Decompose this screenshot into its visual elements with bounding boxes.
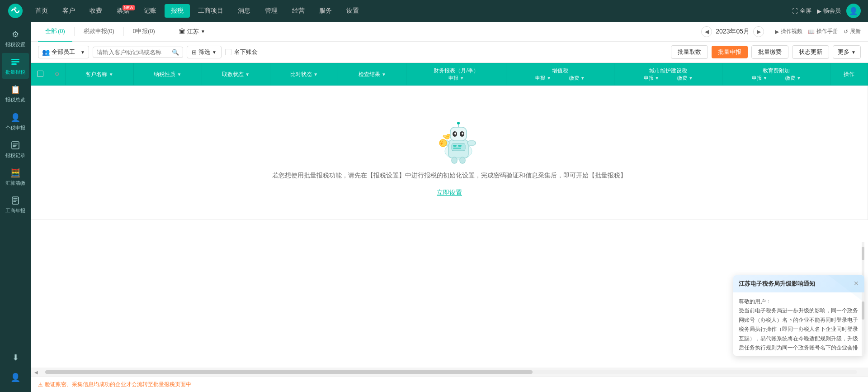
sort-icon-edu-declare[interactable]: ▼ bbox=[762, 76, 768, 81]
account-checkbox[interactable] bbox=[225, 49, 231, 55]
empty-text: 若您想使用批量报税功能，请先在【报税设置】中进行报税的初始化设置，完成密码验证和… bbox=[272, 172, 627, 180]
user-avatar[interactable]: 👤 bbox=[846, 4, 861, 18]
svg-rect-2 bbox=[11, 59, 19, 60]
horizontal-scrollbar-thumb[interactable] bbox=[45, 370, 533, 374]
data-table: ⚙ 客户名称 ▼ 纳税性质 ▼ 取数状态 ▼ bbox=[31, 63, 868, 220]
sort-icon-fetch[interactable]: ▼ bbox=[245, 72, 250, 77]
sidebar-label-batch-tax: 批量报税 bbox=[5, 69, 25, 75]
horizontal-scrollbar-container: ◀ bbox=[31, 368, 868, 377]
tab-zero-declare[interactable]: 0申报 (0) bbox=[126, 22, 162, 42]
tab-tax-declare[interactable]: 税款申报 (0) bbox=[76, 22, 122, 42]
refresh-btn[interactable]: ↺ 展新 bbox=[844, 28, 861, 35]
status-update-btn[interactable]: 状态更新 bbox=[792, 45, 829, 59]
right-scrollbar-thumb[interactable] bbox=[862, 247, 864, 260]
bottom-hint: ⚠ 验证账密、采集信息均成功的企业才会流转至批量报税页面中 bbox=[31, 377, 868, 392]
nav-fee[interactable]: 收费 bbox=[83, 4, 108, 18]
operation-video-btn[interactable]: ▶ 操作视频 bbox=[775, 28, 802, 35]
sort-icon-vat-declare[interactable]: ▼ bbox=[545, 76, 551, 81]
nav-manage[interactable]: 管理 bbox=[259, 4, 284, 18]
tab-all[interactable]: 全部 (0) bbox=[38, 22, 72, 42]
select-all-checkbox[interactable] bbox=[37, 71, 43, 77]
nav-message[interactable]: 消息 bbox=[231, 4, 257, 18]
scroll-left-icon[interactable]: ◀ bbox=[34, 370, 38, 375]
sidebar-item-download[interactable]: ⬇ bbox=[2, 349, 29, 367]
top-nav-right: ⛶ 全屏 ▶ 畅会员 👤 bbox=[792, 4, 861, 18]
svg-point-21 bbox=[443, 135, 447, 138]
sort-icon-compare[interactable]: ▼ bbox=[313, 72, 318, 77]
horizontal-scrollbar[interactable] bbox=[45, 370, 857, 374]
tab-bar: 全部 (0) 税款申报 (0) 0申报 (0) 🏛 江苏 ▼ ◀ 2023年05… bbox=[31, 22, 868, 42]
nav-service[interactable]: 服务 bbox=[313, 4, 338, 18]
fullscreen-btn[interactable]: ⛶ 全屏 bbox=[792, 7, 811, 15]
batch-declare-btn[interactable]: 批量申报 bbox=[712, 46, 748, 58]
toolbar-right: 批量取数 批量申报 批量缴费 状态更新 更多 ▼ bbox=[671, 45, 861, 59]
sort-icon-city-pay[interactable]: ▼ bbox=[687, 76, 693, 81]
divider-province bbox=[168, 27, 168, 36]
svg-rect-3 bbox=[11, 61, 19, 62]
more-btn[interactable]: 更多 ▼ bbox=[833, 45, 861, 59]
th-operation: 操作 bbox=[830, 63, 868, 86]
notification-scrollbar-thumb[interactable] bbox=[862, 301, 864, 320]
top-navigation: 首页 客户 收费 票据 NEW 记账 报税 工商项目 消息 管理 经营 服务 设… bbox=[0, 0, 868, 22]
notification-text: 受当前电子税务局进一步升级的影响，同一个政务网账号（办税人）名下的企业不能再同时… bbox=[739, 306, 859, 352]
sort-icon-city-declare[interactable]: ▼ bbox=[654, 76, 660, 81]
refresh-icon: ↺ bbox=[844, 29, 848, 35]
sort-icon-vat-pay[interactable]: ▼ bbox=[579, 76, 585, 81]
svg-point-22 bbox=[447, 134, 450, 137]
sidebar-item-personal-tax[interactable]: 👤 个税申报 bbox=[2, 109, 29, 134]
member-btn[interactable]: ▶ 畅会员 bbox=[817, 7, 841, 15]
svg-rect-26 bbox=[453, 145, 457, 147]
sidebar-item-user[interactable]: 👤 bbox=[2, 368, 29, 387]
nav-settings[interactable]: 设置 bbox=[340, 4, 365, 18]
new-badge: NEW bbox=[123, 5, 135, 10]
sidebar-label-tax-overview: 报税总览 bbox=[5, 97, 25, 103]
tab-divider-2 bbox=[123, 27, 124, 36]
logo bbox=[7, 3, 24, 19]
notification-scrollbar[interactable] bbox=[862, 292, 864, 356]
batch-pay-btn[interactable]: 批量缴费 bbox=[751, 45, 788, 59]
nav-home[interactable]: 首页 bbox=[29, 4, 54, 18]
svg-point-12 bbox=[454, 133, 456, 135]
month-next-btn[interactable]: ▶ bbox=[753, 26, 764, 37]
month-label: 2023年05月 bbox=[716, 28, 750, 36]
sort-icon-customer[interactable]: ▼ bbox=[109, 72, 113, 77]
sidebar-label-tax-settings: 报税设置 bbox=[5, 42, 25, 48]
nav-tax[interactable]: 报税 bbox=[165, 4, 190, 18]
th-city-tax: 城市维护建设税 申报 ▼ 缴费 ▼ bbox=[614, 63, 722, 86]
month-prev-btn[interactable]: ◀ bbox=[701, 26, 712, 37]
sidebar-item-tax-records[interactable]: 报税记录 bbox=[2, 136, 29, 162]
sidebar-item-annual-report[interactable]: 工商年报 bbox=[2, 191, 29, 217]
employee-chevron-icon: ▼ bbox=[80, 50, 85, 55]
sidebar-item-batch-tax[interactable]: 批量报税 bbox=[2, 53, 29, 79]
sidebar-label-personal-tax: 个税申报 bbox=[5, 125, 25, 131]
column-settings-icon[interactable]: ⚙ bbox=[55, 71, 60, 77]
sort-icon-tax-nature[interactable]: ▼ bbox=[177, 72, 182, 77]
search-input[interactable] bbox=[97, 49, 170, 56]
sort-icon-edu-pay[interactable]: ▼ bbox=[795, 76, 801, 81]
account-checkbox-label[interactable]: 名下账套 bbox=[225, 48, 258, 56]
province-selector[interactable]: 🏛 江苏 ▼ bbox=[174, 28, 211, 36]
nav-operation[interactable]: 经营 bbox=[286, 4, 311, 18]
sidebar-item-settlement[interactable]: 🧮 汇算清缴 bbox=[2, 164, 29, 190]
th-vat: 增值税 申报 ▼ 缴费 ▼ bbox=[506, 63, 614, 86]
th-gear: ⚙ bbox=[49, 63, 66, 86]
th-financial-report: 财务报表（月/季） 申报 ▼ bbox=[406, 63, 506, 86]
nav-bookkeeping[interactable]: 记账 bbox=[137, 4, 163, 18]
batch-tax-icon bbox=[10, 57, 21, 67]
sort-icon-financial[interactable]: ▼ bbox=[460, 76, 464, 81]
svg-rect-27 bbox=[458, 145, 462, 147]
sidebar-item-tax-settings[interactable]: ⚙ 报税设置 bbox=[2, 25, 29, 51]
operation-manual-btn[interactable]: 📖 操作手册 bbox=[808, 28, 838, 35]
employee-selector[interactable]: 👥 全部员工 ▼ bbox=[38, 46, 89, 58]
nav-business[interactable]: 工商项目 bbox=[192, 4, 230, 18]
batch-fetch-btn[interactable]: 批量取数 bbox=[671, 45, 708, 59]
month-navigation: ◀ 2023年05月 ▶ bbox=[701, 26, 764, 37]
sort-icon-check[interactable]: ▼ bbox=[382, 72, 386, 77]
nav-invoice[interactable]: 票据 NEW bbox=[110, 4, 136, 18]
svg-rect-24 bbox=[460, 157, 465, 163]
svg-point-15 bbox=[457, 122, 460, 124]
filter-btn[interactable]: ⊞ 筛选 ▼ bbox=[187, 46, 222, 58]
nav-customer[interactable]: 客户 bbox=[56, 4, 81, 18]
setup-link[interactable]: 立即设置 bbox=[437, 189, 462, 197]
sidebar-item-tax-overview[interactable]: 📋 报税总览 bbox=[2, 81, 29, 106]
